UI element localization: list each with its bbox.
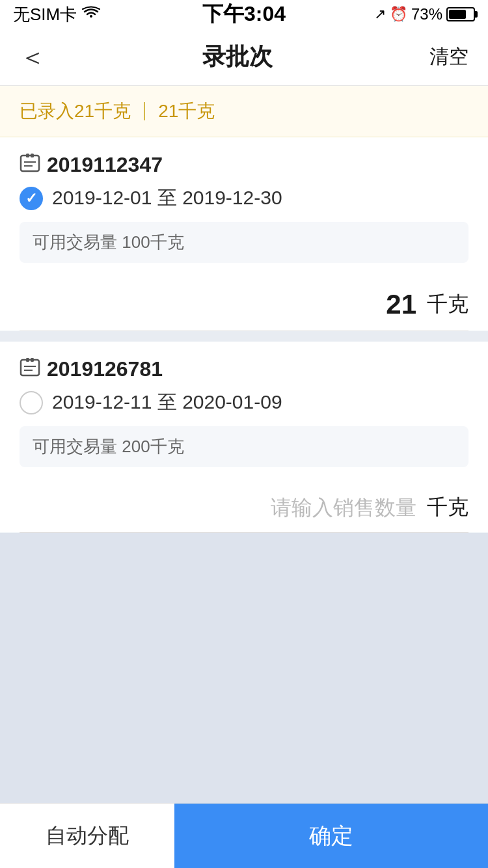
batch-1-quantity-value: 21 (386, 289, 416, 320)
svg-rect-0 (21, 156, 39, 171)
svg-rect-7 (31, 358, 34, 362)
batch-2-icon (20, 357, 40, 381)
summary-divider (144, 102, 145, 120)
section-gap (0, 331, 488, 342)
batch-1-date: 2019-12-01 至 2019-12-30 (52, 185, 282, 211)
auto-distribute-button[interactable]: 自动分配 (0, 804, 174, 868)
svg-rect-6 (26, 358, 29, 362)
summary-recorded: 已录入21千克 (20, 99, 131, 124)
svg-rect-2 (31, 154, 34, 157)
status-right: ↗ ⏰ 73% (374, 5, 475, 23)
quantity-input[interactable] (247, 496, 416, 520)
batch-2-header: 2019126781 (20, 357, 468, 381)
svg-rect-5 (21, 360, 39, 375)
batch-1-radio[interactable] (20, 187, 43, 210)
bottom-bar: 自动分配 确定 (0, 803, 488, 868)
batch-2-date-row[interactable]: 2019-12-11 至 2020-01-09 (20, 389, 468, 416)
page-title: 录批次 (202, 41, 273, 73)
alarm-icon: ⏰ (390, 6, 407, 23)
batch-card-1: 2019112347 2019-12-01 至 2019-12-30 可用交易量… (0, 137, 488, 276)
batch-1-quantity-row: 21 千克 (0, 276, 488, 331)
batch-2-id: 2019126781 (47, 357, 163, 381)
batch-1-quantity-unit: 千克 (427, 290, 468, 319)
content-area: 2019112347 2019-12-01 至 2019-12-30 可用交易量… (0, 137, 488, 803)
battery-percent: 73% (411, 5, 442, 23)
batch-2-radio[interactable] (20, 391, 43, 414)
batch-2-date: 2019-12-11 至 2020-01-09 (52, 389, 282, 416)
batch-1-header: 2019112347 (20, 153, 468, 177)
batch-2-quantity-unit: 千克 (427, 493, 468, 522)
status-left: 无SIM卡 (13, 3, 100, 26)
batch-1-date-row[interactable]: 2019-12-01 至 2019-12-30 (20, 185, 468, 211)
empty-area (0, 533, 488, 803)
time-display: 下午3:04 (202, 0, 286, 29)
batch-2-available: 可用交易量 200千克 (20, 426, 468, 467)
batch-1-icon (20, 153, 40, 177)
nav-bar: ＜ 录批次 清空 (0, 29, 488, 86)
carrier-text: 无SIM卡 (13, 3, 77, 26)
wifi-icon (82, 5, 100, 25)
summary-banner: 已录入21千克 21千克 (0, 86, 488, 137)
location-icon: ↗ (374, 6, 386, 23)
back-button[interactable]: ＜ (20, 39, 46, 75)
battery-icon (446, 7, 475, 21)
summary-total: 21千克 (158, 99, 215, 124)
confirm-button[interactable]: 确定 (174, 804, 488, 868)
batch-2-quantity-row[interactable]: 千克 (0, 480, 488, 532)
batch-1-id: 2019112347 (47, 153, 163, 177)
batch-1-available: 可用交易量 100千克 (20, 222, 468, 263)
status-bar: 无SIM卡 下午3:04 ↗ ⏰ 73% (0, 0, 488, 29)
clear-button[interactable]: 清空 (429, 44, 468, 70)
batch-card-2: 2019126781 2019-12-11 至 2020-01-09 可用交易量… (0, 342, 488, 480)
svg-rect-1 (26, 154, 29, 157)
